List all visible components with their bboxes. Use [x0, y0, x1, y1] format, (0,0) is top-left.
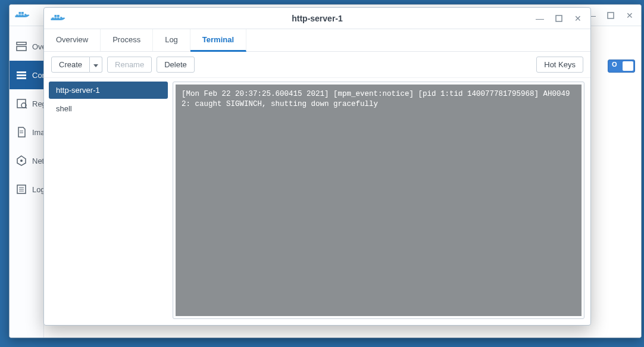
- parent-sidebar: Overview Container Registry Image: [10, 26, 44, 337]
- rename-button[interactable]: Rename: [107, 57, 152, 73]
- nav-label: Registry: [32, 99, 43, 108]
- modal-body: http-server-1 shell [Mon Feb 22 20:37:25…: [44, 78, 590, 325]
- nav-label: Overview: [32, 42, 43, 51]
- network-icon: [15, 155, 27, 167]
- nav-registry[interactable]: Registry: [10, 89, 43, 118]
- nav-network[interactable]: Network: [10, 146, 43, 175]
- parent-maximize-button[interactable]: [604, 9, 617, 22]
- create-button-group: Create: [51, 57, 102, 73]
- hotkeys-button[interactable]: Hot Keys: [536, 57, 583, 73]
- nav-log[interactable]: Log: [10, 175, 43, 204]
- svg-point-16: [20, 160, 23, 162]
- svg-rect-10: [17, 77, 26, 79]
- session-item-http-server-1[interactable]: http-server-1: [49, 82, 168, 99]
- modal-toolbar: Create Rename Delete Hot Keys: [44, 52, 590, 78]
- overview-icon: [15, 40, 27, 52]
- chevron-down-icon: [93, 64, 98, 67]
- parent-window-controls: — ✕: [585, 9, 636, 22]
- nav-label: Image: [32, 128, 43, 137]
- modal-close-button[interactable]: ✕: [571, 12, 584, 25]
- nav-image[interactable]: Image: [10, 118, 43, 146]
- svg-rect-9: [17, 74, 26, 76]
- modal-minimize-button[interactable]: —: [533, 12, 546, 25]
- svg-rect-3: [19, 12, 21, 14]
- terminal-session-list: http-server-1 shell: [44, 78, 173, 325]
- container-icon: [15, 69, 27, 81]
- toggle-knob: [623, 61, 633, 71]
- terminal-pane: [Mon Feb 22 20:37:25.600415 2021] [mpm_e…: [173, 78, 590, 325]
- nav-label: Log: [32, 185, 43, 194]
- nav-overview[interactable]: Overview: [10, 32, 43, 61]
- modal-maximize-button[interactable]: [552, 12, 565, 25]
- svg-rect-24: [55, 15, 57, 17]
- modal-window-controls: — ✕: [533, 12, 584, 25]
- svg-rect-4: [21, 12, 24, 14]
- nav-label: Container: [32, 71, 43, 80]
- svg-rect-26: [556, 15, 562, 21]
- svg-rect-5: [608, 12, 614, 18]
- container-power-toggle[interactable]: O: [608, 60, 635, 73]
- delete-button[interactable]: Delete: [157, 57, 195, 73]
- docker-logo-icon: [50, 12, 68, 25]
- modal-title: http-server-1: [44, 14, 590, 23]
- svg-rect-7: [17, 46, 26, 51]
- toggle-on-label: O: [612, 61, 617, 68]
- parent-close-button[interactable]: ✕: [623, 9, 636, 22]
- nav-label: Network: [32, 157, 43, 165]
- terminal-frame: [Mon Feb 22 20:37:25.600415 2021] [mpm_e…: [173, 82, 584, 319]
- modal-tabs: Overview Process Log Terminal: [44, 29, 590, 52]
- modal-titlebar: http-server-1 — ✕: [44, 8, 590, 29]
- session-item-shell[interactable]: shell: [49, 100, 168, 117]
- svg-rect-25: [57, 15, 60, 17]
- svg-rect-6: [17, 42, 26, 45]
- image-icon: [15, 126, 27, 138]
- log-icon: [15, 183, 27, 195]
- terminal-output[interactable]: [Mon Feb 22 20:37:25.600415 2021] [mpm_e…: [176, 85, 582, 316]
- container-detail-modal: http-server-1 — ✕ Overview Process Log T…: [43, 7, 591, 326]
- docker-logo-icon: [14, 9, 32, 22]
- registry-icon: [15, 98, 27, 110]
- tab-process[interactable]: Process: [101, 29, 153, 51]
- create-dropdown-button[interactable]: [90, 57, 102, 73]
- nav-container[interactable]: Container: [10, 61, 43, 89]
- tab-log[interactable]: Log: [153, 29, 190, 51]
- svg-rect-8: [17, 71, 26, 73]
- tab-terminal[interactable]: Terminal: [190, 29, 246, 52]
- create-button[interactable]: Create: [51, 57, 90, 73]
- tab-overview[interactable]: Overview: [44, 29, 101, 51]
